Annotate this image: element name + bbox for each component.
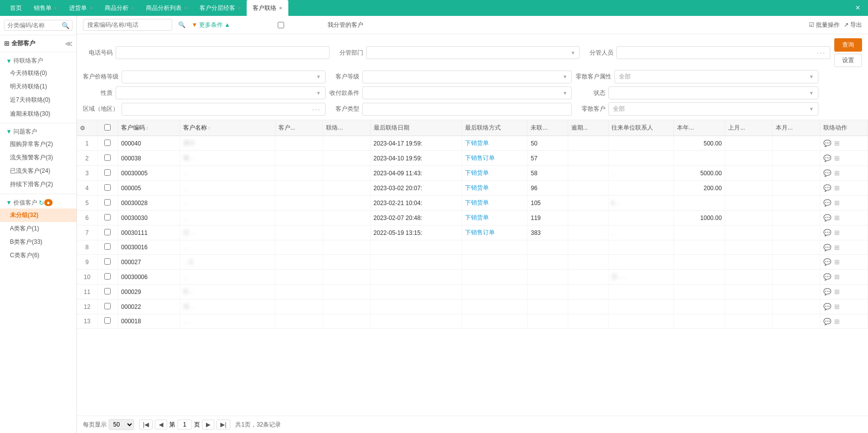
cell-check[interactable] [97, 255, 118, 270]
message-icon[interactable]: 💬 [823, 140, 831, 147]
message-icon[interactable]: 💬 [823, 303, 831, 310]
status-select[interactable]: ▼ [608, 86, 818, 99]
sidebar-item-group-c[interactable]: C类客户(6) [0, 249, 76, 262]
sidebar-item-ungroup[interactable]: 未分组(32) [0, 209, 76, 222]
tab-home[interactable]: 首页 [4, 0, 28, 16]
sidebar-item-group-b[interactable]: B类客户(33) [0, 235, 76, 249]
tab-customer-contact[interactable]: 客户联络 × [247, 0, 288, 16]
message-icon[interactable]: 💬 [823, 318, 831, 325]
sidebar-item-churn-warning[interactable]: 流失预警客户(3) [0, 151, 76, 164]
grid-action-icon[interactable]: ⊞ [834, 273, 840, 281]
sidebar-item-tomorrow[interactable]: 明天待联络(1) [0, 80, 76, 93]
prev-page-button[interactable]: ◀ [155, 420, 167, 430]
grid-action-icon[interactable]: ⊞ [834, 154, 840, 162]
th-settings[interactable]: ⚙ [77, 120, 97, 136]
row-checkbox[interactable] [104, 184, 111, 191]
my-customers-checkbox-label[interactable]: 我分管的客户 [236, 21, 363, 29]
th-name[interactable]: 客户名称↕ [180, 120, 275, 136]
message-icon[interactable]: 💬 [823, 154, 831, 162]
last-page-button[interactable]: ▶| [216, 420, 230, 430]
close-tab-goods-analysis-list[interactable]: × [184, 5, 187, 11]
close-tab-purchase[interactable]: × [89, 5, 92, 11]
grid-action-icon[interactable]: ⊞ [834, 140, 840, 147]
grid-action-icon[interactable]: ⊞ [834, 199, 840, 207]
cell-check[interactable] [97, 136, 118, 151]
sidebar-item-week[interactable]: 近7天待联络(0) [0, 93, 76, 107]
cell-check[interactable] [97, 166, 118, 181]
select-all-checkbox[interactable] [104, 124, 111, 131]
per-page-select[interactable]: 50 100 200 [109, 419, 134, 430]
customer-level-select[interactable]: ▼ [362, 71, 572, 83]
all-customers-header[interactable]: ⊞ 全部客户 ≪ [0, 35, 76, 50]
row-checkbox[interactable] [104, 199, 111, 206]
cell-check[interactable] [97, 299, 118, 314]
nature-select[interactable]: ▼ [116, 86, 326, 99]
cell-check[interactable] [97, 151, 118, 166]
search-icon[interactable]: 🔍 [178, 21, 186, 28]
message-icon[interactable]: 💬 [823, 184, 831, 192]
refresh-icon[interactable]: ↻ [39, 199, 44, 207]
price-level-select[interactable]: ▼ [122, 71, 326, 83]
reset-button[interactable]: 设置 [834, 54, 862, 67]
my-customers-checkbox[interactable] [236, 22, 326, 28]
cell-check[interactable] [97, 196, 118, 211]
message-icon[interactable]: 💬 [823, 273, 831, 281]
region-select[interactable]: ··· [122, 103, 326, 116]
retail-attr-select[interactable]: 全部▼ [614, 70, 818, 83]
message-icon[interactable]: 💬 [823, 258, 831, 266]
last-way-link[interactable]: 下销货单 [465, 199, 489, 206]
sidebar-item-group-a[interactable]: A类客户(1) [0, 222, 76, 235]
tab-goods-analysis[interactable]: 商品分析 × [99, 0, 140, 16]
grid-action-icon[interactable]: ⊞ [834, 303, 840, 310]
next-page-button[interactable]: ▶ [202, 420, 214, 430]
close-tab-customer-segment[interactable]: × [238, 5, 241, 11]
message-icon[interactable]: 💬 [823, 169, 831, 177]
last-way-link[interactable]: 下销货单 [465, 184, 489, 191]
row-checkbox[interactable] [104, 317, 111, 324]
grid-action-icon[interactable]: ⊞ [834, 244, 840, 251]
cell-check[interactable] [97, 211, 118, 225]
cell-check[interactable] [97, 181, 118, 196]
row-checkbox[interactable] [104, 273, 111, 280]
batch-ops-button[interactable]: ☑ 批量操作 [809, 21, 840, 29]
payment-select[interactable]: ▼ [362, 86, 572, 99]
th-code[interactable]: 客户编码↕ [118, 120, 180, 136]
sidebar-item-today[interactable]: 今天待联络(0) [0, 67, 76, 80]
message-icon[interactable]: 💬 [823, 229, 831, 236]
more-conditions-button[interactable]: ▼ 更多条件 ▲ [192, 21, 230, 29]
cell-check[interactable] [97, 240, 118, 255]
close-tab-sales[interactable]: × [54, 5, 57, 11]
tab-sales[interactable]: 销售单 × [28, 0, 63, 16]
message-icon[interactable]: 💬 [823, 244, 831, 251]
last-way-link[interactable]: 下销售订单 [465, 154, 495, 161]
message-icon[interactable]: 💬 [823, 214, 831, 221]
row-checkbox[interactable] [104, 288, 111, 294]
message-icon[interactable]: 💬 [823, 288, 831, 295]
tab-purchase[interactable]: 进货单 × [63, 0, 98, 16]
retail-customer-select[interactable]: 全部▼ [608, 102, 818, 116]
sidebar-item-overdue[interactable]: 逾期未联络(30) [0, 107, 76, 121]
close-tab-customer-contact[interactable]: × [279, 5, 282, 11]
dept-select[interactable]: ▼ [366, 46, 580, 59]
cell-check[interactable] [97, 270, 118, 285]
close-tab-goods-analysis[interactable]: × [131, 5, 134, 11]
cell-check[interactable] [97, 285, 118, 299]
page-number-input[interactable] [177, 420, 192, 430]
row-checkbox[interactable] [104, 258, 111, 265]
query-button[interactable]: 查询 [834, 38, 862, 52]
last-way-link[interactable]: 下销货单 [465, 169, 489, 176]
first-page-button[interactable]: |◀ [139, 420, 153, 430]
th-checkbox[interactable] [97, 120, 118, 136]
grid-action-icon[interactable]: ⊞ [834, 258, 840, 266]
grid-action-icon[interactable]: ⊞ [834, 318, 840, 325]
row-checkbox[interactable] [104, 140, 111, 146]
customer-type-input[interactable] [362, 103, 572, 116]
row-checkbox[interactable] [104, 214, 111, 220]
last-way-link[interactable]: 下销货单 [465, 214, 489, 221]
last-way-link[interactable]: 下销货单 [465, 140, 489, 146]
grid-action-icon[interactable]: ⊞ [834, 169, 840, 177]
last-way-link[interactable]: 下销售订单 [465, 229, 495, 236]
phone-input[interactable] [116, 46, 330, 59]
grid-action-icon[interactable]: ⊞ [834, 229, 840, 236]
message-icon[interactable]: 💬 [823, 199, 831, 207]
